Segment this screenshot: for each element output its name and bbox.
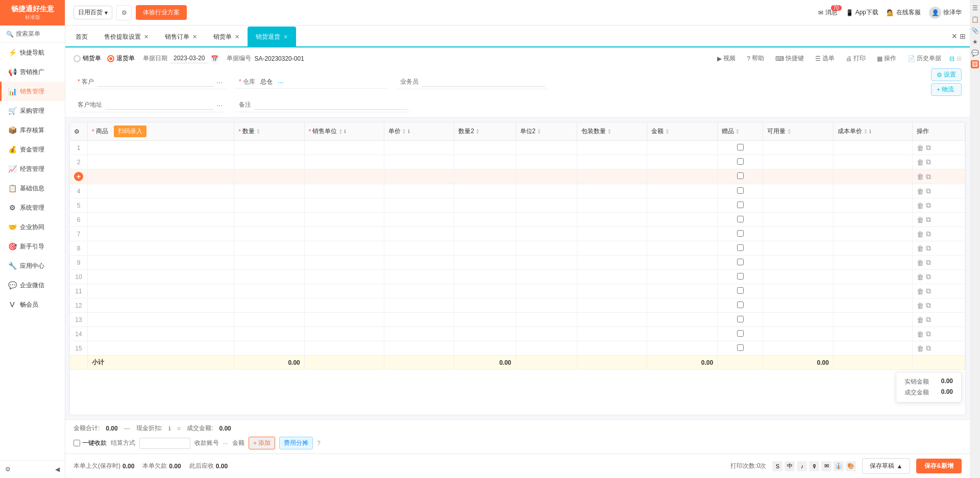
gift-checkbox[interactable] — [737, 187, 744, 194]
delete-row-btn[interactable]: 🗑 — [917, 344, 924, 353]
sidebar-item-finance[interactable]: 💰 资金管理 — [0, 140, 65, 159]
cost-info-icon[interactable]: ℹ — [869, 129, 871, 134]
remark-input[interactable] — [254, 100, 407, 110]
cost-cell[interactable] — [833, 141, 912, 155]
add-payment-btn[interactable]: + 添加 — [249, 437, 275, 449]
radio-return[interactable]: 退货单 — [107, 54, 135, 63]
help-btn[interactable]: ? 帮助 — [744, 53, 767, 64]
right-panel-icon-1[interactable]: ☰ — [971, 4, 979, 12]
unit2-cell-active[interactable] — [516, 169, 577, 184]
fee-help-icon[interactable]: ? — [317, 440, 321, 447]
delete-row-btn[interactable]: 🗑 — [917, 158, 924, 166]
sys-icon-6[interactable]: 👔 — [834, 461, 844, 471]
right-panel-icon-2[interactable]: 📋 — [971, 15, 979, 23]
logistics-btn[interactable]: + 物流 — [931, 83, 962, 96]
qty-cell-active[interactable] — [234, 169, 305, 184]
tab-sale-bill-close[interactable]: ✕ — [235, 34, 239, 40]
tab-sale-return[interactable]: 销货退货 ✕ — [248, 27, 296, 46]
gift-checkbox[interactable] — [737, 158, 744, 165]
sys-icon-7[interactable]: 🎨 — [846, 461, 856, 471]
history-btn[interactable]: 📄 历史单据 — [904, 53, 944, 64]
scan-input-btn[interactable]: 扫码录入 — [114, 125, 146, 137]
gift-checkbox[interactable] — [737, 216, 744, 222]
table-settings-icon[interactable]: ⚙ — [74, 128, 80, 135]
gift-checkbox[interactable] — [737, 144, 744, 150]
delete-row-btn[interactable]: 🗑 — [917, 244, 924, 253]
video-btn[interactable]: ▶ 视频 — [714, 53, 739, 64]
available-cell-active[interactable] — [763, 169, 834, 184]
experience-btn[interactable]: 体验行业方案 — [136, 5, 187, 20]
unit2-cell[interactable] — [516, 141, 577, 155]
delete-row-btn[interactable]: 🗑 — [917, 202, 924, 210]
pkg-cell[interactable] — [577, 141, 647, 155]
tab-home[interactable]: 首页 — [67, 27, 96, 46]
unit-cell-active[interactable] — [304, 169, 384, 184]
grid-view-icon[interactable]: ⊟ — [949, 55, 954, 62]
discount-info-icon[interactable]: ℹ — [168, 425, 171, 432]
delete-row-btn[interactable]: 🗑 — [917, 259, 924, 267]
delete-row-btn[interactable]: 🗑 — [917, 301, 924, 310]
sidebar-item-guide[interactable]: 🎯 新手引导 — [0, 237, 65, 256]
add-row-btn[interactable]: + — [74, 172, 83, 181]
radio-sale[interactable]: 销货单 — [74, 54, 101, 63]
tab-sale-order-close[interactable]: ✕ — [192, 34, 197, 40]
product-input-active[interactable] — [92, 173, 230, 180]
sidebar-item-cooperation[interactable]: 🤝 企业协同 — [0, 217, 65, 237]
gift-checkbox[interactable] — [737, 301, 744, 308]
copy-row-btn[interactable]: ⧉ — [926, 158, 931, 166]
tab-sale-bill[interactable]: 销货单 ✕ — [205, 27, 248, 46]
product-cell[interactable] — [88, 155, 234, 169]
copy-row-btn[interactable]: ⧉ — [926, 330, 931, 338]
qty-cell[interactable] — [234, 141, 305, 155]
tab-sale-price[interactable]: 售价提取设置 ✕ — [96, 27, 157, 46]
qty2-cell[interactable] — [454, 155, 516, 169]
gift-cell[interactable] — [718, 141, 763, 155]
unit-info-icon[interactable]: ℹ — [344, 129, 346, 134]
topbar-gear-btn[interactable]: ⚙ — [116, 5, 132, 20]
amount-cell[interactable] — [647, 155, 718, 169]
delete-row-btn[interactable]: 🗑 — [917, 144, 924, 152]
industry-select[interactable]: 日用百货 ▾ — [74, 6, 112, 19]
sidebar-item-marketing[interactable]: 📢 营销推广 — [0, 62, 65, 82]
online-service[interactable]: 💁 在线客服 — [887, 8, 921, 17]
customer-ellipsis[interactable]: ··· — [216, 78, 223, 86]
settings-gear-icon[interactable]: ⚙ — [5, 466, 11, 473]
qty2-cell[interactable] — [454, 141, 516, 155]
one-click-pay-checkbox[interactable] — [74, 440, 80, 446]
delete-row-btn[interactable]: 🗑 — [917, 230, 924, 238]
tab-sale-return-close[interactable]: ✕ — [283, 34, 288, 40]
copy-row-btn[interactable]: ⧉ — [926, 187, 931, 195]
cost-cell[interactable] — [833, 155, 912, 169]
copy-row-btn[interactable]: ⧉ — [926, 258, 931, 267]
fee-split-btn[interactable]: 费用分摊 — [279, 437, 313, 449]
sys-icon-3[interactable]: ♪ — [797, 461, 807, 471]
sidebar-item-wechat[interactable]: 💬 企业微信 — [0, 275, 65, 295]
copy-row-btn[interactable]: ⧉ — [926, 272, 931, 281]
price-cell[interactable] — [384, 155, 454, 169]
gift-checkbox[interactable] — [737, 259, 744, 265]
copy-row-btn[interactable]: ⧉ — [926, 287, 931, 295]
one-click-pay-check[interactable]: 一键收款 — [74, 439, 107, 447]
sys-icon-4[interactable]: 🎙 — [809, 461, 819, 471]
gift-cell-active[interactable] — [718, 169, 763, 184]
qty-cell[interactable] — [234, 155, 305, 169]
unit2-cell[interactable] — [516, 155, 577, 169]
address-input[interactable] — [105, 100, 213, 110]
gift-checkbox-active[interactable] — [737, 172, 744, 179]
gift-checkbox[interactable] — [737, 273, 744, 280]
print-btn[interactable]: 🖨 打印 — [843, 53, 869, 64]
shortcuts-btn[interactable]: ⌨ 快捷键 — [772, 53, 807, 64]
copy-row-btn[interactable]: ⧉ — [926, 172, 931, 181]
copy-row-btn[interactable]: ⧉ — [926, 143, 931, 152]
price-cell-active[interactable] — [384, 169, 454, 184]
unit-cell[interactable] — [304, 141, 384, 155]
cost-cell-active[interactable] — [833, 169, 912, 184]
amount-cell-active[interactable] — [647, 169, 718, 184]
gift-checkbox[interactable] — [737, 287, 744, 294]
sidebar-item-sales[interactable]: 📊 销售管理 — [0, 82, 65, 101]
settings-side-btn[interactable]: ⚙ 设置 — [931, 68, 962, 81]
calendar-icon[interactable]: 📅 — [211, 55, 218, 62]
copy-row-btn[interactable]: ⧉ — [926, 301, 931, 310]
delete-row-btn[interactable]: 🗑 — [917, 187, 924, 195]
pkg-cell[interactable] — [577, 155, 647, 169]
